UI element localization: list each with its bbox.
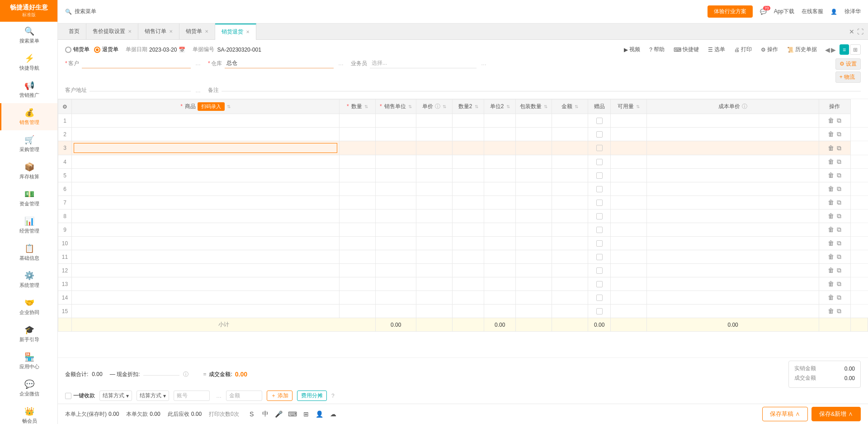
- qty-cell[interactable]: [340, 169, 376, 182]
- unit2-cell[interactable]: [484, 277, 516, 291]
- qty2-cell[interactable]: [453, 128, 484, 141]
- tab-price[interactable]: 售价提取设置 ✕: [86, 24, 138, 40]
- price-cell[interactable]: [416, 128, 453, 141]
- help-btn[interactable]: ? 帮助: [646, 44, 667, 55]
- tab-sales-close[interactable]: ✕: [205, 29, 208, 34]
- qty-cell[interactable]: [340, 237, 376, 250]
- pack-qty-cell[interactable]: [516, 196, 552, 210]
- amount-cell[interactable]: [552, 264, 588, 277]
- product-cell[interactable]: [72, 291, 340, 305]
- product-cell[interactable]: [72, 196, 340, 210]
- online-service-link[interactable]: 在线客服: [802, 8, 823, 15]
- gift-checkbox[interactable]: [596, 131, 603, 138]
- gift-checkbox[interactable]: [596, 213, 603, 219]
- unit2-sort-icon[interactable]: ⇅: [506, 104, 510, 109]
- price-cell[interactable]: [416, 155, 453, 169]
- product-cell[interactable]: [72, 128, 340, 141]
- gift-checkbox[interactable]: [596, 308, 603, 314]
- price-cell[interactable]: [416, 141, 453, 155]
- sidebar-item-guide[interactable]: 🎓 新手引导: [0, 320, 57, 348]
- qty2-cell[interactable]: [453, 196, 484, 210]
- qty-sort-icon[interactable]: ⇅: [364, 104, 368, 109]
- unit-cell[interactable]: [376, 305, 416, 318]
- person-icon[interactable]: 👤: [314, 409, 325, 419]
- price-cell[interactable]: [416, 250, 453, 264]
- copy-row-icon[interactable]: ⧉: [837, 172, 841, 179]
- mic-icon[interactable]: 🎤: [274, 409, 284, 419]
- address-select-icon[interactable]: …: [195, 87, 201, 94]
- delete-row-icon[interactable]: 🗑: [828, 117, 834, 124]
- qty2-cell[interactable]: [453, 277, 484, 291]
- amount-cell[interactable]: [552, 169, 588, 182]
- unit2-cell[interactable]: [484, 210, 516, 223]
- unit-cell[interactable]: [376, 237, 416, 250]
- delete-row-icon[interactable]: 🗑: [828, 199, 834, 206]
- product-cell[interactable]: [72, 250, 340, 264]
- qty-cell[interactable]: [340, 305, 376, 318]
- pack-qty-cell[interactable]: [516, 264, 552, 277]
- amount-cell[interactable]: [552, 196, 588, 210]
- unit-cell[interactable]: [376, 223, 416, 237]
- app-download-link[interactable]: App下载: [774, 8, 794, 15]
- unit-cell[interactable]: [376, 128, 416, 141]
- copy-row-icon[interactable]: ⧉: [837, 307, 841, 315]
- unit2-cell[interactable]: [484, 182, 516, 196]
- video-btn[interactable]: ▶ 视频: [621, 44, 643, 55]
- radio-return[interactable]: 退货单: [94, 46, 118, 53]
- unit2-cell[interactable]: [484, 196, 516, 210]
- delete-row-icon[interactable]: 🗑: [828, 212, 834, 220]
- setup-button[interactable]: ⚙ 设置: [835, 58, 861, 70]
- price-cell[interactable]: [416, 114, 453, 128]
- save-draft-btn[interactable]: 保存草稿 ∧: [762, 407, 808, 421]
- fee-split-btn[interactable]: 费用分摊: [297, 391, 327, 401]
- staff-input[interactable]: 选择...: [370, 58, 476, 68]
- unit-sort-icon[interactable]: ⇅: [408, 104, 412, 109]
- sidebar-item-operation[interactable]: 📊 经营管理: [0, 212, 57, 239]
- customer-select-icon[interactable]: …: [195, 60, 201, 67]
- copy-row-icon[interactable]: ⧉: [837, 294, 841, 301]
- operate-btn[interactable]: ⚙ 操作: [758, 44, 781, 55]
- account-input[interactable]: 账号: [174, 391, 210, 401]
- sougou-icon[interactable]: S: [246, 409, 257, 419]
- grid-view-btn[interactable]: ≡: [840, 44, 849, 55]
- pack-qty-cell[interactable]: [516, 237, 552, 250]
- unit-cell[interactable]: [376, 114, 416, 128]
- amount-cell[interactable]: [552, 141, 588, 155]
- message-badge[interactable]: 💬 70: [760, 9, 767, 15]
- logistics-button[interactable]: + 物流: [835, 71, 861, 83]
- staff-select-icon[interactable]: …: [481, 60, 486, 67]
- close-tab-icon[interactable]: ✕: [849, 28, 854, 35]
- amount-cell[interactable]: [552, 210, 588, 223]
- amount-cell[interactable]: [552, 155, 588, 169]
- copy-row-icon[interactable]: ⧉: [837, 199, 841, 206]
- qty-cell[interactable]: [340, 250, 376, 264]
- unit-cell[interactable]: [376, 250, 416, 264]
- gift-checkbox[interactable]: [596, 200, 603, 206]
- scan-input-btn[interactable]: 扫码录入: [198, 102, 225, 111]
- amount-cell[interactable]: [552, 114, 588, 128]
- unit-cell[interactable]: [376, 141, 416, 155]
- experience-btn[interactable]: 体验行业方案: [708, 5, 753, 18]
- maximize-icon[interactable]: ⛶: [857, 28, 863, 35]
- add-fee-btn[interactable]: ＋ 添加: [267, 391, 292, 401]
- tab-sales-order-close[interactable]: ✕: [169, 29, 173, 34]
- pack-qty-cell[interactable]: [516, 169, 552, 182]
- product-cell[interactable]: [72, 305, 340, 318]
- copy-row-icon[interactable]: ⧉: [837, 226, 841, 233]
- gift-checkbox[interactable]: [596, 240, 603, 247]
- price-cell[interactable]: [416, 182, 453, 196]
- sidebar-item-search[interactable]: 🔍 搜索菜单: [0, 22, 57, 49]
- available-sort-icon[interactable]: ⇅: [636, 104, 640, 109]
- delete-row-icon[interactable]: 🗑: [828, 307, 834, 315]
- gift-checkbox[interactable]: [596, 267, 603, 274]
- topbar-search[interactable]: 🔍 搜索菜单: [65, 8, 96, 15]
- amount-input[interactable]: 金额: [226, 391, 262, 401]
- gift-checkbox[interactable]: [596, 254, 603, 260]
- amount-cell[interactable]: [552, 223, 588, 237]
- copy-row-icon[interactable]: ⧉: [837, 144, 841, 152]
- qty2-cell[interactable]: [453, 237, 484, 250]
- unit-cell[interactable]: [376, 264, 416, 277]
- prev-arrow[interactable]: ◀: [825, 46, 830, 53]
- gift-checkbox[interactable]: [596, 281, 603, 287]
- price-cell[interactable]: [416, 291, 453, 305]
